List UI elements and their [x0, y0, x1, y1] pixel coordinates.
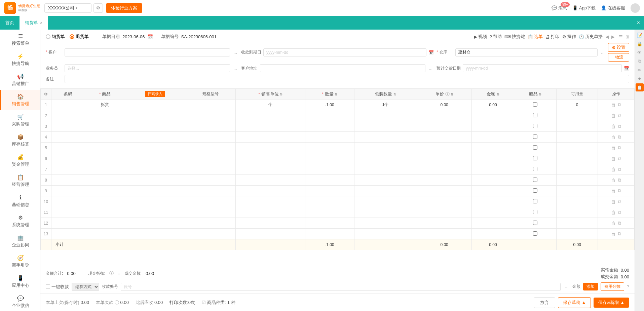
sort-amount-icon[interactable]: ⇅	[497, 92, 499, 96]
gift-checkbox-5[interactable]	[533, 145, 537, 150]
delivery-calendar-icon[interactable]: 📅	[624, 66, 629, 71]
delete-row-icon[interactable]: 🗑	[611, 188, 616, 194]
customer-dots[interactable]: ...	[232, 49, 238, 55]
sidebar-item-enterprise[interactable]: 🏢 企业协同	[0, 231, 40, 251]
sidebar-item-system[interactable]: ⚙ 系统管理	[0, 211, 40, 231]
copy-row-icon[interactable]: ⧉	[618, 231, 621, 237]
list-view-icon[interactable]: ☰	[619, 34, 623, 39]
calendar-icon[interactable]: 📅	[148, 34, 153, 39]
help-btn[interactable]: ? 帮助	[490, 34, 502, 40]
rp-lock-icon[interactable]: 🔒	[636, 40, 644, 48]
sidebar-item-capital[interactable]: 💰 资金管理	[0, 151, 40, 171]
copy-row-icon[interactable]: ⧉	[618, 134, 621, 140]
delete-row-1-icon[interactable]: 🗑	[611, 102, 616, 108]
delete-row-icon[interactable]: 🗑	[611, 113, 616, 118]
gift-checkbox-1[interactable]	[533, 102, 537, 107]
owed-info-icon[interactable]: ⓘ	[115, 300, 119, 305]
sidebar-item-marketing[interactable]: 📢 营销推广	[0, 70, 40, 90]
sidebar-item-wechat[interactable]: 💬 企业微信	[0, 292, 40, 311]
save-new-button[interactable]: 保存&新增 ▲	[594, 298, 629, 308]
abandon-button[interactable]: 放弃	[534, 297, 555, 308]
settle-method-select[interactable]: 结算方式	[72, 283, 99, 291]
sort-qty-icon[interactable]: ⇅	[335, 92, 337, 96]
gift-checkbox-8[interactable]	[533, 178, 537, 182]
delete-row-icon[interactable]: 🗑	[611, 221, 616, 226]
sidebar-item-sales[interactable]: 🏠 销售管理	[0, 90, 40, 110]
price-info-icon[interactable]: ⓘ	[445, 91, 450, 96]
gift-checkbox-9[interactable]	[533, 188, 537, 193]
copy-row-icon[interactable]: ⧉	[618, 188, 621, 194]
delivery-date-input[interactable]	[463, 64, 622, 72]
sidebar-item-inventory[interactable]: 📦 库存核算	[0, 130, 40, 151]
rp-orange-icon[interactable]: 📋	[636, 83, 644, 91]
rp-star-icon[interactable]: ★	[636, 75, 644, 83]
rp-copy-icon[interactable]: ⧉	[636, 57, 644, 65]
sidebar-item-app-center[interactable]: 📱 应用中心	[0, 272, 40, 292]
sort-unit-icon[interactable]: ⇅	[280, 92, 282, 96]
history-btn[interactable]: 🕐 历史单据	[579, 34, 603, 40]
delete-row-icon[interactable]: 🗑	[611, 134, 616, 140]
settings-button[interactable]: ⚙	[93, 3, 103, 13]
print-btn[interactable]: 🖨 打印	[545, 34, 560, 40]
rp-note-icon[interactable]: 📝	[636, 31, 644, 39]
message-button[interactable]: 💬 消息 99+	[552, 5, 567, 11]
fenbei-help-icon[interactable]: ?	[627, 284, 629, 289]
prev-icon[interactable]: ◀	[605, 34, 609, 39]
delete-row-icon[interactable]: 🗑	[611, 156, 616, 161]
copy-row-icon[interactable]: ⧉	[618, 220, 621, 226]
copy-row-icon[interactable]: ⧉	[618, 177, 621, 183]
warehouse-dots[interactable]: ...	[600, 49, 606, 55]
scan-button[interactable]: 扫码录入	[145, 91, 165, 97]
note-input[interactable]	[65, 75, 629, 83]
gift-checkbox-6[interactable]	[533, 156, 537, 160]
th-settings[interactable]: ⚙	[41, 89, 51, 100]
company-selector[interactable]: XXXXXX公司 ▾	[44, 3, 91, 13]
setup-button[interactable]: ⚙ 设置	[608, 43, 629, 52]
gift-checkbox-13[interactable]	[533, 231, 537, 236]
address-input[interactable]	[260, 64, 425, 72]
video-btn[interactable]: ▶ 视频	[474, 34, 487, 40]
account-dots[interactable]: ...	[563, 283, 570, 290]
logistics-button[interactable]: + 物流	[608, 53, 629, 62]
copy-row-icon[interactable]: ⧉	[618, 166, 621, 172]
grid-view-icon[interactable]: ⊞	[626, 34, 629, 39]
copy-row-icon[interactable]: ⧉	[618, 156, 621, 161]
sidebar-item-purchase[interactable]: 🛒 采购管理	[0, 110, 40, 130]
shortcut-btn[interactable]: ⌨ 快捷键	[504, 34, 525, 40]
warehouse-input[interactable]	[455, 48, 598, 56]
select-order-btn[interactable]: 📋 选单	[528, 34, 543, 40]
rp-eye-icon[interactable]: 👁	[636, 48, 644, 56]
gift-checkbox-7[interactable]	[533, 167, 537, 171]
add-payment-button[interactable]: 添加	[583, 283, 598, 290]
delete-row-icon[interactable]: 🗑	[611, 231, 616, 237]
one-click-pay-check[interactable]: 一键收款	[46, 284, 69, 290]
sidebar-item-quick-nav[interactable]: ⚡ 快捷导航	[0, 50, 40, 70]
sort-gift-icon[interactable]: ⇅	[539, 92, 541, 96]
gift-checkbox-10[interactable]	[533, 199, 537, 203]
copy-row-icon[interactable]: ⧉	[618, 199, 621, 204]
salesman-input[interactable]	[65, 64, 230, 72]
radio-sale[interactable]: 销货单	[46, 34, 65, 40]
gift-checkbox-4[interactable]	[533, 134, 537, 139]
gift-checkbox-2[interactable]	[533, 113, 537, 117]
copy-row-icon[interactable]: ⧉	[618, 209, 621, 215]
cash-discount-info-icon[interactable]: ⓘ	[109, 270, 114, 276]
copy-row-1-icon[interactable]: ⧉	[618, 102, 621, 108]
salesman-dots[interactable]: ...	[232, 65, 238, 72]
copy-row-icon[interactable]: ⧉	[618, 113, 621, 118]
delete-row-icon[interactable]: 🗑	[611, 167, 616, 172]
tab-sales-order[interactable]: 销货单 ×	[20, 16, 48, 30]
rp-edit-icon[interactable]: ✏	[636, 66, 644, 74]
gift-checkbox-11[interactable]	[533, 210, 537, 214]
one-click-checkbox[interactable]	[46, 284, 50, 289]
copy-row-icon[interactable]: ⧉	[618, 145, 621, 151]
sidebar-item-operations[interactable]: 📋 经营管理	[0, 171, 40, 191]
radio-return[interactable]: 退货单	[70, 34, 89, 40]
trial-button[interactable]: 体验行业方案	[106, 3, 142, 13]
tab-home[interactable]: 首页	[0, 16, 20, 30]
sort-price-icon[interactable]: ⇅	[451, 92, 453, 96]
customer-input[interactable]	[65, 48, 230, 56]
delete-row-icon[interactable]: 🗑	[611, 124, 616, 129]
gift-checkbox-12[interactable]	[533, 221, 537, 225]
due-date-input[interactable]	[263, 48, 426, 56]
